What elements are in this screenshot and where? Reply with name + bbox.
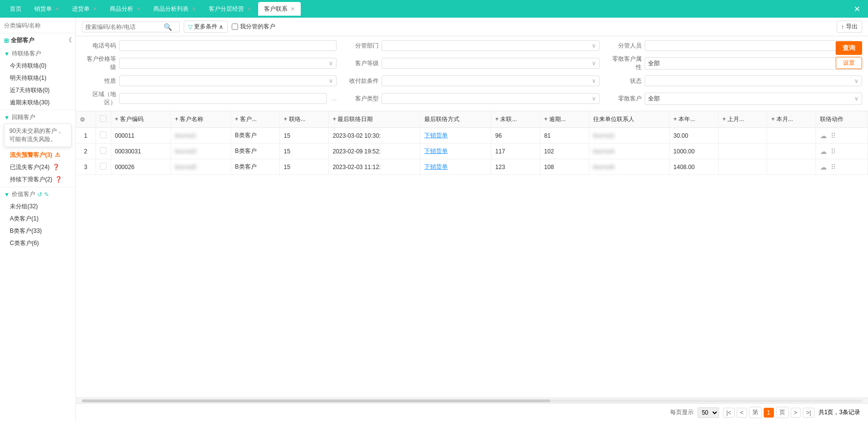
tab-purchase[interactable]: 进货单 ✕ bbox=[66, 2, 103, 16]
cell-last-month bbox=[718, 128, 767, 144]
col-settings[interactable]: ⚙ bbox=[80, 116, 92, 123]
query-button[interactable]: 查询 bbox=[836, 41, 862, 55]
action-more-icon[interactable]: ⠿ bbox=[831, 132, 836, 140]
section-value-customers[interactable]: ▼ 价值客户 ↺ ✎ bbox=[0, 188, 75, 200]
col-header-unit-contact[interactable]: 往来单位联系人 bbox=[589, 111, 669, 128]
filter-payment-select[interactable]: ∨ bbox=[382, 75, 599, 86]
close-tab-customer-segment[interactable]: ✕ bbox=[247, 6, 251, 12]
row-checkbox[interactable] bbox=[100, 131, 107, 138]
page-prev-btn[interactable]: < bbox=[737, 408, 747, 418]
sidebar-item-a-class[interactable]: A类客户(1) bbox=[0, 213, 75, 225]
sidebar-item-churned[interactable]: 已流失客户(24) ❓ bbox=[0, 161, 75, 173]
cell-check[interactable] bbox=[96, 144, 111, 159]
col-header-last-contact-date[interactable]: + 最后联络日期 bbox=[329, 111, 420, 128]
tab-sales[interactable]: 销货单 ✕ bbox=[28, 2, 65, 16]
action-chat-icon[interactable]: ☁ bbox=[820, 148, 827, 155]
table-row: 2 00030031 blurred3 B类客户 15 2023-02-09 1… bbox=[76, 144, 868, 159]
action-more-icon[interactable]: ⠿ bbox=[831, 148, 836, 155]
action-more-icon[interactable]: ⠿ bbox=[831, 163, 836, 171]
scrollbar-track[interactable] bbox=[82, 399, 862, 402]
col-header-type[interactable]: + 客户... bbox=[231, 111, 280, 128]
close-tab-sales[interactable]: ✕ bbox=[55, 6, 59, 12]
action-chat-icon[interactable]: ☁ bbox=[820, 132, 827, 140]
section-review[interactable]: ▼ 回顾客户 bbox=[0, 111, 75, 124]
sidebar-item-7days[interactable]: 近7天待联络(0) bbox=[0, 84, 75, 97]
col-header-this-year[interactable]: + 本年... bbox=[669, 111, 718, 128]
my-customers-checkbox[interactable] bbox=[232, 24, 238, 30]
tab-product-analysis[interactable]: 商品分析 ✕ bbox=[104, 2, 146, 16]
more-filter-button[interactable]: ▽ 更多条件 ∧ bbox=[184, 21, 228, 33]
filter-region-more[interactable]: ... bbox=[332, 95, 337, 102]
edit-icon[interactable]: ✎ bbox=[44, 191, 49, 198]
sidebar-item-churn-warning[interactable]: 流失预警客户(3) ⚠ bbox=[0, 149, 75, 161]
filter-price-level-select[interactable]: ∨ bbox=[119, 58, 337, 69]
all-customers-header[interactable]: ⊞ 全部客户 《 bbox=[0, 33, 75, 48]
filter-region-input[interactable] bbox=[119, 93, 327, 104]
cell-this-month bbox=[767, 128, 816, 144]
row-checkbox[interactable] bbox=[100, 163, 107, 170]
window-close-button[interactable]: ✕ bbox=[850, 4, 864, 14]
filter-dept-select[interactable]: ∨ bbox=[382, 40, 599, 51]
table-wrapper: ⚙ + 客户编码 + 客户名称 + 客户... bbox=[76, 111, 868, 397]
per-page-select[interactable]: 50 bbox=[698, 407, 719, 418]
close-tab-product-list[interactable]: ✕ bbox=[192, 6, 196, 12]
sidebar-item-tomorrow[interactable]: 明天待联络(1) bbox=[0, 72, 75, 84]
page-next-btn[interactable]: > bbox=[791, 408, 801, 418]
filter-customer-type-select[interactable]: ∨ bbox=[382, 93, 599, 104]
filter-phone-input[interactable] bbox=[119, 40, 337, 51]
row-checkbox[interactable] bbox=[100, 147, 107, 154]
cell-check[interactable] bbox=[96, 128, 111, 144]
col-header-code[interactable]: + 客户编码 bbox=[111, 111, 171, 128]
sidebar-item-overdue[interactable]: 逾期未联络(30) bbox=[0, 97, 75, 109]
col-header-check[interactable] bbox=[96, 111, 111, 128]
filter-customer-level-select[interactable]: ∨ bbox=[382, 58, 599, 69]
filter-nature-select[interactable]: ∨ bbox=[119, 75, 337, 86]
filter-retail-select[interactable]: 全部 ∨ bbox=[645, 93, 862, 105]
col-header-name[interactable]: + 客户名称 bbox=[171, 111, 231, 128]
filter-status-select[interactable]: ∨ bbox=[645, 75, 862, 86]
cell-last-month bbox=[718, 159, 767, 175]
search-input[interactable] bbox=[85, 24, 164, 30]
close-tab-product-analysis[interactable]: ✕ bbox=[136, 6, 141, 12]
scrollbar-thumb[interactable] bbox=[82, 399, 550, 402]
tab-home[interactable]: 首页 bbox=[4, 2, 27, 16]
cell-last-date: 2023-02-09 19:52: bbox=[329, 144, 420, 159]
cell-not-contacted: 123 bbox=[491, 159, 540, 175]
sidebar-item-today[interactable]: 今天待联络(0) bbox=[0, 60, 75, 72]
sidebar-item-b-class[interactable]: B类客户(33) bbox=[0, 225, 75, 237]
close-tab-purchase[interactable]: ✕ bbox=[93, 6, 97, 12]
col-header-this-month[interactable]: + 本月... bbox=[767, 111, 816, 128]
cell-check[interactable] bbox=[96, 159, 111, 175]
page-current[interactable]: 1 bbox=[764, 408, 774, 418]
method-link[interactable]: 下销货单 bbox=[424, 148, 448, 154]
col-header-not-contacted[interactable]: + 未联... bbox=[491, 111, 540, 128]
col-header-last-contact-method[interactable]: 最后联络方式 bbox=[420, 111, 491, 128]
header-checkbox[interactable] bbox=[100, 115, 107, 122]
tab-customer-segment[interactable]: 客户分层经营 ✕ bbox=[203, 2, 257, 16]
page-last-btn[interactable]: >| bbox=[803, 408, 815, 418]
sidebar-item-declining[interactable]: 持续下滑客户(2) ❓ bbox=[0, 173, 75, 186]
page-first-btn[interactable]: |< bbox=[723, 408, 735, 418]
method-link[interactable]: 下销货单 bbox=[424, 163, 448, 170]
close-tab-customer-contact[interactable]: ✕ bbox=[290, 6, 295, 12]
col-header-overdue[interactable]: + 逾期... bbox=[540, 111, 589, 128]
action-chat-icon[interactable]: ☁ bbox=[820, 163, 827, 171]
method-link[interactable]: 下销货单 bbox=[424, 132, 448, 139]
cell-contact: 15 bbox=[280, 144, 329, 159]
search-icon[interactable]: 🔍 bbox=[164, 23, 172, 31]
my-customers-checkbox-label[interactable]: 我分管的客户 bbox=[232, 23, 275, 31]
sidebar-item-ungroup[interactable]: 未分组(32) bbox=[0, 200, 75, 213]
col-header-last-month[interactable]: + 上月... bbox=[718, 111, 767, 128]
export-button[interactable]: ↑ 导出 bbox=[837, 21, 862, 33]
tab-customer-contact[interactable]: 客户联系 ✕ bbox=[258, 2, 301, 16]
sidebar-search-input[interactable] bbox=[4, 22, 76, 29]
filter-person-select[interactable]: ∨ bbox=[645, 40, 852, 51]
filter-retail-attr-select[interactable]: 全部 ∨ bbox=[645, 57, 862, 70]
horizontal-scrollbar[interactable] bbox=[76, 397, 868, 403]
section-pending-contact[interactable]: ▼ 待联络客户 bbox=[0, 48, 75, 60]
tab-product-list[interactable]: 商品分析列表 ✕ bbox=[147, 2, 202, 16]
col-header-contact[interactable]: + 联络... bbox=[280, 111, 329, 128]
settings-button[interactable]: 设置 bbox=[836, 57, 862, 69]
sidebar-item-c-class[interactable]: C类客户(6) bbox=[0, 237, 75, 249]
refresh-icon[interactable]: ↺ bbox=[37, 191, 42, 198]
